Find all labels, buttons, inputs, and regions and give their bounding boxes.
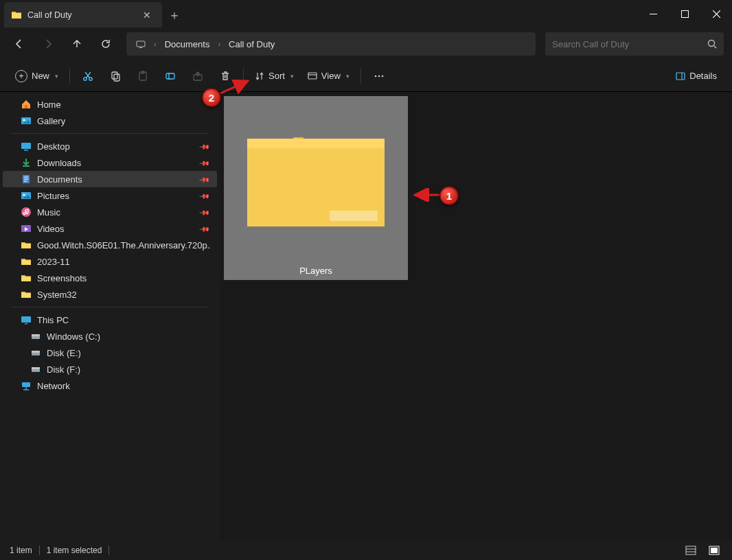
sidebar-item-label: Gallery [37, 116, 65, 126]
sidebar-item-label: System32 [37, 290, 77, 300]
sidebar-item[interactable]: Music📌 [3, 204, 217, 220]
chevron-right-icon: › [216, 40, 222, 48]
minimize-button[interactable] [637, 0, 669, 27]
sidebar-item-label: This PC [37, 315, 69, 325]
sidebar-item[interactable]: Good.Witch.S06E01.The.Anniversary.720p.A… [3, 237, 217, 253]
pin-icon: 📌 [199, 223, 210, 234]
svg-rect-7 [112, 72, 117, 79]
sidebar-item[interactable]: System32 [3, 286, 217, 303]
window-tab[interactable]: Call of Duty ✕ [4, 2, 162, 27]
sidebar-item[interactable]: Documents📌 [3, 171, 217, 187]
view-details-button[interactable] [683, 544, 699, 557]
sidebar-item[interactable]: Downloads📌 [3, 154, 217, 171]
svg-point-33 [38, 337, 39, 338]
copy-icon [110, 71, 121, 82]
window-controls [637, 0, 732, 27]
up-button[interactable] [63, 32, 91, 56]
ellipsis-icon [374, 71, 385, 82]
pin-icon: 📌 [199, 174, 210, 185]
clipboard-icon [137, 71, 148, 82]
drive-icon [30, 347, 41, 358]
folder-icon [21, 272, 32, 283]
sidebar-item[interactable]: This PC [3, 312, 217, 328]
maximize-button[interactable] [669, 0, 700, 27]
tab-close-button[interactable]: ✕ [139, 7, 155, 23]
breadcrumb-current[interactable]: Call of Duty [223, 36, 280, 52]
svg-rect-21 [21, 143, 31, 149]
copy-button[interactable] [102, 65, 129, 88]
sidebar-item-label: 2023-11 [37, 257, 70, 267]
view-button[interactable]: View ▾ [301, 65, 356, 88]
desktop-icon [21, 141, 32, 152]
close-button[interactable] [700, 0, 732, 27]
svg-rect-38 [32, 367, 40, 369]
sort-icon [255, 71, 264, 81]
home-icon [21, 99, 32, 110]
sidebar-item[interactable]: Pictures📌 [3, 187, 217, 204]
sidebar-item[interactable]: Disk (F:) [3, 361, 217, 377]
svg-rect-2 [137, 41, 145, 47]
sort-button[interactable]: Sort ▾ [248, 65, 301, 88]
content-pane[interactable]: PLayers 1 [220, 92, 732, 541]
sidebar-item-label: Home [37, 100, 61, 110]
status-item-count: 1 item [10, 546, 32, 555]
tab-title: Call of Duty [27, 10, 133, 20]
search-input[interactable] [552, 39, 707, 49]
sidebar-item-label: Good.Witch.S06E01.The.Anniversary.720p.A… [37, 240, 210, 250]
toolbar: + New ▾ Sort ▾ View ▾ Details [0, 60, 732, 92]
sidebar-item[interactable]: Videos📌 [3, 220, 217, 237]
details-pane-button[interactable]: Details [669, 65, 724, 88]
address-bar[interactable]: › Documents › Call of Duty [126, 32, 536, 56]
svg-point-16 [382, 75, 384, 77]
sidebar-item[interactable]: Home [3, 96, 217, 113]
svg-rect-0 [650, 14, 657, 14]
more-button[interactable] [365, 65, 393, 88]
view-thumbnails-button[interactable] [706, 544, 722, 557]
rename-button[interactable] [157, 65, 184, 88]
sidebar-item[interactable]: Network [3, 377, 217, 394]
breadcrumb-documents[interactable]: Documents [159, 36, 216, 52]
refresh-button[interactable] [92, 32, 119, 56]
new-tab-button[interactable]: ＋ [162, 2, 187, 27]
rename-icon [165, 71, 176, 82]
share-button[interactable] [184, 65, 211, 88]
details-label: Details [689, 71, 717, 81]
sidebar-item[interactable]: Windows (C:) [3, 328, 217, 345]
sidebar-item[interactable]: Screenshots [3, 270, 217, 286]
back-button[interactable] [5, 32, 33, 56]
details-icon [676, 71, 685, 81]
svg-rect-40 [22, 382, 30, 387]
pin-icon: 📌 [199, 207, 210, 218]
pictures-icon [21, 190, 32, 201]
navigation-bar: › Documents › Call of Duty [0, 27, 732, 60]
sidebar-item[interactable]: 2023-11 [3, 253, 217, 270]
paste-button[interactable] [129, 65, 157, 88]
plus-icon: + [15, 70, 27, 82]
cut-button[interactable] [74, 65, 102, 88]
sidebar-item[interactable]: Desktop📌 [3, 138, 217, 154]
folder-icon [240, 118, 391, 235]
svg-point-26 [23, 194, 25, 196]
sidebar-item-label: Desktop [37, 141, 70, 152]
sidebar-item[interactable]: Disk (E:) [3, 345, 217, 361]
sort-label: Sort [268, 71, 285, 81]
sidebar-item-label: Documents [37, 174, 82, 185]
sidebar: HomeGallery Desktop📌Downloads📌Documents📌… [0, 92, 220, 541]
sidebar-item[interactable]: Gallery [3, 113, 217, 129]
svg-point-4 [709, 40, 715, 47]
folder-item-players[interactable]: PLayers [224, 96, 408, 280]
videos-icon [21, 223, 32, 234]
delete-button[interactable] [211, 65, 239, 88]
sidebar-item-label: Downloads [37, 158, 81, 168]
sidebar-item-label: Pictures [37, 191, 69, 201]
folder-icon [21, 289, 32, 300]
new-button[interactable]: + New ▾ [8, 65, 65, 88]
drive-icon [30, 364, 41, 375]
search-box[interactable] [545, 32, 724, 56]
address-root-icon[interactable] [130, 36, 151, 51]
sidebar-item-label: Disk (F:) [47, 364, 80, 375]
gallery-icon [21, 115, 32, 126]
forward-button[interactable] [34, 32, 62, 56]
svg-point-36 [38, 353, 39, 355]
chevron-right-icon: › [152, 40, 158, 48]
